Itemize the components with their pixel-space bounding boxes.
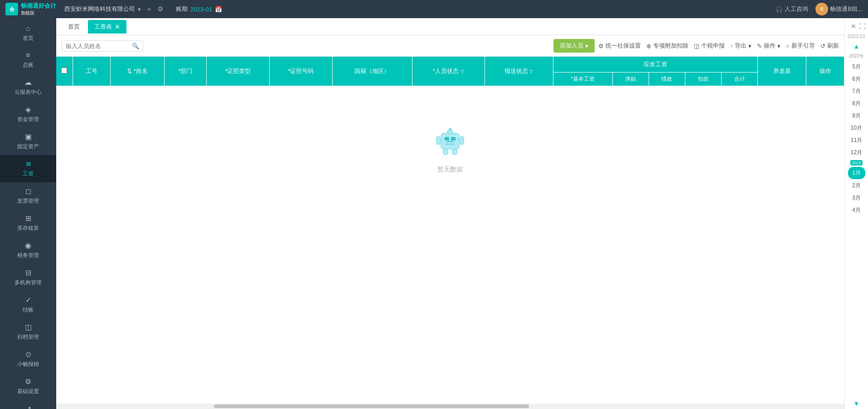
prev-year-btn[interactable]: ▲ [852, 41, 862, 52]
th-name[interactable]: ⇅ *姓名 [111, 57, 165, 86]
add-person-button[interactable]: 添加人员 ▾ [553, 39, 595, 53]
close-icon: ✓ [25, 296, 31, 304]
sidebar-item-fund[interactable]: ◈资金管理 [0, 101, 56, 128]
social-settings-icon: ⚙ [598, 43, 604, 49]
month-2023-4[interactable]: 4月 [845, 204, 868, 216]
sidebar-label-asset: 固定资产 [17, 143, 39, 151]
export-btn[interactable]: ↑ 导出 ▾ [730, 42, 752, 50]
panel-expand-icon[interactable]: ⛶ [858, 22, 866, 31]
sidebar-item-cloud[interactable]: ☁云报表中心 [0, 73, 56, 101]
svg-point-5 [449, 128, 451, 131]
svg-rect-6 [436, 136, 440, 145]
month-2022-9[interactable]: 9月 [845, 110, 868, 122]
report-filter-icon[interactable]: ▽ [529, 69, 533, 74]
export-icon: ↑ [730, 43, 733, 49]
month-2022-6[interactable]: 6月 [845, 73, 868, 85]
select-all-checkbox[interactable] [61, 68, 67, 73]
social-settings-btn[interactable]: ⚙ 统一社保设置 [598, 42, 641, 50]
settings-icon: ⚙ [25, 377, 31, 386]
sidebar-item-invoice[interactable]: ◻发票管理 [0, 182, 56, 209]
next-year-btn[interactable]: ▼ [852, 398, 862, 409]
horizontal-scrollbar[interactable] [56, 404, 844, 409]
topbar-settings-icon[interactable]: ⚙ [157, 5, 163, 13]
sidebar-label-ledger: 总账 [23, 61, 34, 69]
month-2023-2[interactable]: 2月 [845, 180, 868, 192]
user-btn[interactable]: B 畅德通B组... [815, 3, 863, 15]
svg-rect-7 [460, 136, 464, 145]
app-name: 畅德通好会计 旗舰版 [21, 2, 56, 16]
logo-icon: 会 [5, 3, 18, 15]
month-2022-10[interactable]: 10月 [845, 122, 868, 134]
status-filter-icon[interactable]: ▽ [461, 69, 464, 74]
search-box[interactable]: 🔍 [62, 40, 143, 52]
company-selector[interactable]: 西安虾米网络科技有限公司 ▾ [64, 5, 141, 13]
sidebar-item-expense[interactable]: ⊙小畅报销 [0, 346, 56, 373]
sidebar-item-archive[interactable]: ◫归档管理 [0, 318, 56, 346]
headset-icon: 🎧 [776, 6, 783, 13]
period-calendar-icon[interactable]: 📅 [215, 6, 222, 13]
operate-btn[interactable]: ✎ 操作 ▾ [757, 42, 781, 50]
asset-icon: ▣ [25, 132, 32, 141]
year-2023-label: 2023 [850, 159, 862, 166]
sidebar-item-home[interactable]: ⌂首页 [0, 20, 56, 47]
sidebar-item-multi[interactable]: ⊟多机构管理 [0, 264, 56, 291]
period-label: 账期 [176, 5, 188, 13]
empty-robot-icon [432, 122, 468, 158]
month-2022-5[interactable]: 5月 [845, 61, 868, 73]
home-icon: ⌂ [26, 24, 30, 33]
guide-btn[interactable]: ○ 新手引导 [786, 42, 815, 50]
support-btn[interactable]: 🎧 人工咨询 [776, 5, 808, 13]
th-status[interactable]: *人员状态 ▽ [412, 57, 485, 86]
month-2023-1[interactable]: 1月 [848, 167, 865, 179]
svg-rect-2 [451, 137, 456, 141]
fund-icon: ◈ [25, 105, 31, 114]
special-deduct-label: 专项附加扣除 [653, 42, 689, 50]
invoice-icon: ◻ [25, 187, 31, 195]
sidebar-item-guide[interactable]: ↗新手引导 [0, 400, 56, 409]
sidebar-label-home: 首页 [23, 34, 34, 42]
refresh-btn[interactable]: ↺ 刷新 [820, 42, 839, 50]
svg-rect-1 [445, 137, 449, 141]
sidebar-item-inventory[interactable]: ⊞库存核算 [0, 209, 56, 237]
sidebar-item-tax[interactable]: ◉税务管理 [0, 237, 56, 264]
topbar-add-icon[interactable]: ＋ [145, 5, 153, 14]
tab-home[interactable]: 首页 [62, 20, 86, 34]
content-area: 首页 工资表 ✕ 🔍 添加人员 ▾ ⚙ 统一社保设置 [56, 18, 844, 409]
th-deduction: 扣款 [685, 73, 722, 86]
month-2023-3[interactable]: 3月 [845, 192, 868, 204]
tabs-bar: 首页 工资表 ✕ [56, 18, 844, 35]
th-report-status[interactable]: 报送状态 ▽ [485, 57, 553, 86]
tax-report-btn[interactable]: ◫ 个税申报 [694, 42, 725, 50]
social-settings-label: 统一社保设置 [606, 42, 641, 50]
month-2022-11[interactable]: 11月 [845, 134, 868, 146]
sidebar-item-salary[interactable]: ≋工资 [0, 155, 56, 182]
sidebar-item-asset[interactable]: ▣固定资产 [0, 128, 56, 155]
right-panel: ✕ ⛶ 2023.01 ▲ 2022年 5月 6月 7月 8月 9月 10月 1… [844, 18, 868, 409]
panel-close-icon[interactable]: ✕ [850, 22, 857, 31]
table-header-row1: 工号 ⇅ *姓名 *部门 *证照类型 *证照号码 国籍（地区） *人员状态 ▽ … [56, 57, 844, 73]
search-input[interactable] [66, 43, 129, 49]
right-panel-header: ✕ ⛶ [845, 20, 868, 33]
special-deduct-btn[interactable]: ⊕ 专项附加扣除 [646, 42, 689, 50]
toolbar-actions: ⚙ 统一社保设置 ⊕ 专项附加扣除 ◫ 个税申报 ↑ 导出 ▾ ✎ [598, 42, 839, 50]
month-2022-8[interactable]: 8月 [845, 97, 868, 110]
tax-icon: ◉ [25, 241, 31, 250]
tab-salary-label: 工资表 [94, 23, 112, 31]
sidebar-item-ledger[interactable]: ≡总账 [0, 47, 56, 73]
tab-salary-close[interactable]: ✕ [115, 24, 120, 30]
period-selector[interactable]: 账期 2023-01 📅 [176, 5, 222, 13]
sidebar: ⌂首页≡总账☁云报表中心◈资金管理▣固定资产≋工资◻发票管理⊞库存核算◉税务管理… [0, 18, 56, 409]
sidebar-item-close[interactable]: ✓结账 [0, 291, 56, 318]
company-dropdown-icon[interactable]: ▾ [138, 6, 141, 13]
sidebar-item-settings[interactable]: ⚙基础设置 [0, 373, 56, 400]
month-2022-12[interactable]: 12月 [845, 146, 868, 159]
guide-icon: ↗ [25, 404, 31, 409]
salary-table-wrap: 工号 ⇅ *姓名 *部门 *证照类型 *证照号码 国籍（地区） *人员状态 ▽ … [56, 57, 844, 404]
scrollbar-thumb[interactable] [214, 404, 529, 408]
refresh-label: 刷新 [827, 42, 839, 50]
current-period-label: 2023.01 [848, 33, 866, 41]
tab-salary[interactable]: 工资表 ✕ [88, 20, 126, 34]
th-checkbox[interactable] [56, 57, 73, 86]
company-name: 西安虾米网络科技有限公司 [64, 5, 135, 13]
month-2022-7[interactable]: 7月 [845, 85, 868, 97]
